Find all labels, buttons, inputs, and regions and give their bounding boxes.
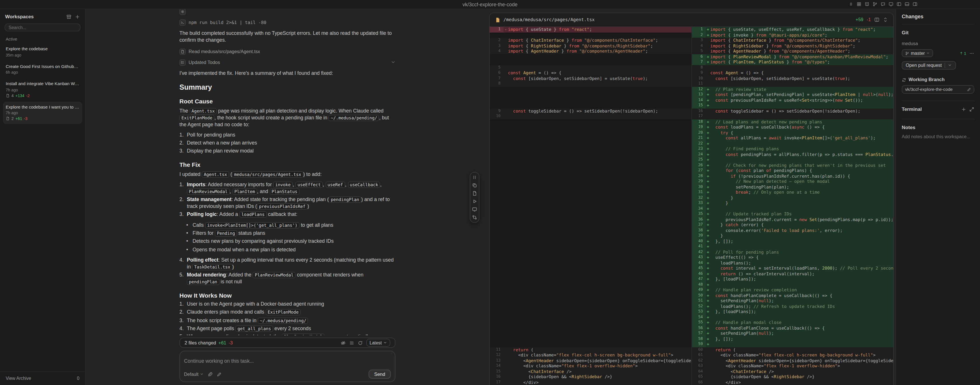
layout-grid-icon[interactable] <box>856 2 861 7</box>
chat-icon[interactable] <box>880 2 885 7</box>
copy-icon[interactable] <box>472 183 477 188</box>
pen-icon[interactable] <box>217 372 222 377</box>
diff-marker <box>706 347 710 352</box>
drag-handle-icon[interactable] <box>472 175 477 180</box>
diff-marker <box>706 81 710 86</box>
line-number: 3 <box>490 43 503 49</box>
diff-marker <box>503 369 508 374</box>
panel-right-icon[interactable] <box>912 2 917 7</box>
code-text <box>508 217 691 222</box>
git-compare-icon[interactable] <box>472 215 477 220</box>
diff-line-new: 36+ previousPlanIdsRef.current = new Set… <box>691 217 893 222</box>
diff-line-old <box>490 135 691 141</box>
code-text <box>508 336 691 342</box>
code-text: const interval = setInterval(loadPlans, … <box>710 266 893 271</box>
branch-selector[interactable]: master <box>902 49 934 57</box>
diff-marker <box>503 152 508 157</box>
inline-code: pendingPlan <box>329 197 361 203</box>
diff-line-old <box>490 217 691 222</box>
diff-marker <box>503 342 508 347</box>
edit-icon[interactable] <box>967 88 971 92</box>
message-composer[interactable]: Default Send <box>180 351 395 382</box>
diff-marker <box>503 81 508 86</box>
line-number <box>490 189 503 195</box>
model-selector[interactable]: Default <box>184 372 204 377</box>
diff-row: 22+ <box>490 141 893 146</box>
message-input[interactable] <box>184 358 391 364</box>
open-pr-button[interactable]: Open pull request <box>902 61 956 70</box>
unfold-icon[interactable] <box>883 17 888 22</box>
tool-call-chip[interactable]: npm run build 2>&1 | tail -80 <box>180 19 395 26</box>
file-diff-icon[interactable] <box>472 191 477 196</box>
list-icon[interactable] <box>349 340 354 345</box>
clipped-tool-chip[interactable] <box>180 9 395 15</box>
archive-icon[interactable] <box>66 14 72 19</box>
diff-line-new: 28+ if (!previousPlanIdsRef.current.has(… <box>691 173 893 179</box>
diff-line-old: 5 <box>490 65 691 70</box>
workspace-item[interactable]: Explore the codebase I want you to ex...… <box>3 102 82 124</box>
diff-marker <box>503 103 508 108</box>
diff-marker <box>706 76 710 81</box>
code-text <box>508 81 691 86</box>
diff-marker: + <box>706 179 710 184</box>
line-number: 56 <box>692 325 706 331</box>
workspace-item[interactable]: Create Good First Issues on Github So ..… <box>3 61 82 78</box>
split-view-icon[interactable] <box>874 17 880 22</box>
diff-line-new: 48+ <box>691 282 893 287</box>
chat-transcript[interactable]: npm run build 2>&1 | tail -80The build c… <box>86 9 489 335</box>
panel-bottom-icon[interactable] <box>904 2 909 7</box>
panel-left-icon[interactable] <box>896 2 901 7</box>
monitor-icon[interactable] <box>888 2 893 7</box>
pause-icon[interactable] <box>848 2 853 7</box>
code-text: setPendingPlan(null); <box>710 298 893 304</box>
line-number <box>490 277 503 282</box>
search-input[interactable] <box>5 24 81 32</box>
diff-marker: + <box>706 189 710 195</box>
line-number: 52 <box>692 304 706 309</box>
diff-line-old <box>490 146 691 152</box>
diff-marker <box>503 86 508 92</box>
notes-placeholder[interactable]: Add notes about this workspace... <box>902 134 974 140</box>
diff-marker: + <box>706 195 710 200</box>
code-text: const loadPlans = useCallback(async () =… <box>710 124 893 130</box>
terminal-window-icon[interactable] <box>472 207 477 212</box>
list-marker: 3. <box>180 212 185 218</box>
code-text: const Agent = () => { <box>710 70 893 76</box>
git-branch-icon[interactable] <box>872 2 877 7</box>
attach-icon[interactable] <box>208 372 213 377</box>
diff-row: 40+ }, []); <box>490 239 893 244</box>
code-text: <AgentHeader sidebarOpen={sidebarOpen} o… <box>710 358 893 363</box>
version-dropdown[interactable]: Latest <box>366 339 391 347</box>
eye-off-icon[interactable] <box>340 340 346 345</box>
diff-marker: + <box>706 92 710 97</box>
git-section-label: Git <box>902 30 974 35</box>
line-number: 12 <box>692 86 706 92</box>
diff-marker <box>503 70 508 76</box>
diff-line-old <box>490 97 691 103</box>
new-terminal-icon[interactable] <box>961 107 966 112</box>
book-icon[interactable] <box>864 2 869 7</box>
diff-line-new: 2+import { invoke } from "@tauri-apps/ap… <box>691 32 893 38</box>
tool-call-chip[interactable]: Updated Todos <box>180 59 395 65</box>
refresh-icon[interactable] <box>358 340 363 345</box>
inline-code: TaskDetail.tsx <box>192 264 232 270</box>
line-number <box>490 228 503 233</box>
play-icon[interactable] <box>472 199 477 204</box>
diff-row: 41+ <box>490 244 893 249</box>
send-button[interactable]: Send <box>369 369 391 379</box>
expand-icon[interactable] <box>969 107 974 112</box>
more-options-icon[interactable] <box>969 51 974 56</box>
chevron-down-icon[interactable] <box>391 60 395 65</box>
line-number <box>490 146 503 152</box>
diff-content[interactable]: 1-import { useState } from "react";1+imp… <box>490 27 893 385</box>
new-workspace-icon[interactable] <box>75 14 80 19</box>
working-branch-field[interactable]: vk/3ccf-explore-the-code <box>902 85 974 94</box>
view-archive-button[interactable]: View Archive <box>6 376 31 381</box>
list-marker: 1. <box>180 132 185 138</box>
code-text: const handlePlanClose = useCallback(() =… <box>710 325 893 331</box>
workspace-item[interactable]: Install and integrate Vibe Kanban Web...… <box>3 78 82 101</box>
code-text: const previousPlanIdsRef = useRef<Set<st… <box>710 97 893 103</box>
changes-status-bar[interactable]: 2 files changed +61 -3 Latest <box>180 337 395 348</box>
workspace-item[interactable]: Explore the codebase35m ago <box>3 43 82 60</box>
tool-call-chip[interactable]: Read medusa/src/pages/Agent.tsx <box>180 48 395 54</box>
